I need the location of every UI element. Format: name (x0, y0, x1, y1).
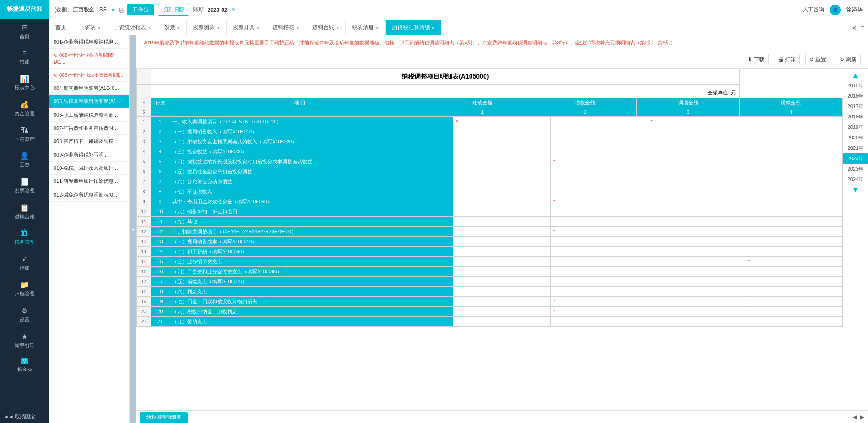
sidebar-item-settlement[interactable]: ✓ 结账 (0, 250, 49, 276)
dropdown-icon[interactable]: ▼ (110, 7, 116, 13)
data-cell[interactable] (745, 167, 842, 177)
sidebar-item-payroll[interactable]: 👤 工资 (0, 147, 49, 173)
data-cell[interactable] (453, 177, 551, 187)
data-cell[interactable] (745, 147, 842, 157)
user-label[interactable]: 徐泽华 (846, 6, 863, 14)
data-cell[interactable] (648, 207, 745, 216)
data-cell[interactable] (745, 207, 842, 216)
data-cell[interactable] (745, 316, 842, 326)
data-cell[interactable] (745, 197, 842, 207)
year-item[interactable]: 2021年 (843, 143, 868, 153)
data-cell[interactable] (648, 147, 745, 157)
data-cell[interactable] (453, 147, 551, 157)
year-nav-down[interactable]: ▼ (852, 185, 859, 195)
data-cell[interactable] (648, 177, 745, 187)
data-cell[interactable] (551, 127, 648, 137)
data-cell[interactable] (648, 197, 745, 207)
sidebar-item-input-ledger[interactable]: 📋 进销台账 (0, 199, 49, 225)
data-cell[interactable] (648, 167, 745, 177)
refresh-button[interactable]: ↻ 刷新 (836, 54, 861, 65)
year-item[interactable]: 2016年 (843, 91, 868, 101)
year-item[interactable]: 2023年 (843, 164, 868, 174)
data-cell[interactable] (551, 316, 648, 326)
tabs-close-all[interactable]: ✕ (852, 24, 857, 31)
collapse-button[interactable]: ◄ (130, 35, 136, 423)
data-cell[interactable] (453, 296, 551, 306)
data-cell[interactable] (453, 216, 551, 226)
data-cell[interactable] (453, 256, 551, 266)
close-icon[interactable]: × (217, 25, 219, 30)
tab-invoice[interactable]: 发票 × (158, 20, 187, 35)
workspace-button[interactable]: 工作台 (127, 4, 154, 15)
left-panel-item-007[interactable]: 007-广告费和业务宣传费时... (49, 122, 129, 135)
tab-tax-clear[interactable]: 税表清册 × (346, 20, 385, 35)
left-panel-item-009[interactable]: 009-企业所得税补亏明... (49, 148, 129, 162)
reset-button[interactable]: ↺ 重置 (805, 54, 830, 65)
sidebar-item-fixed-assets[interactable]: 🏗 固定资产 (0, 122, 49, 147)
data-cell[interactable] (453, 207, 551, 216)
sheet-tab[interactable]: 纳税调整明细表 (140, 412, 188, 423)
tab-invoice-calc[interactable]: 发票测算 × (187, 20, 226, 35)
data-cell[interactable] (648, 137, 745, 147)
data-cell[interactable] (745, 117, 842, 127)
data-cell[interactable] (551, 147, 648, 157)
data-cell[interactable] (745, 216, 842, 226)
data-cell[interactable] (745, 246, 842, 256)
data-cell[interactable] (648, 226, 745, 236)
data-cell[interactable] (453, 306, 551, 316)
close-icon[interactable]: × (336, 25, 339, 30)
tabs-menu[interactable]: ≡ (861, 24, 864, 31)
data-cell[interactable] (745, 226, 842, 236)
data-cell[interactable] (551, 216, 648, 226)
print-button[interactable]: 🖨 打印 (774, 54, 800, 65)
tab-input-ledger[interactable]: 进销台账 × (306, 20, 346, 35)
data-cell[interactable] (551, 286, 648, 296)
close-icon[interactable]: × (376, 25, 378, 30)
data-cell[interactable] (745, 177, 842, 187)
data-cell[interactable] (453, 286, 551, 296)
data-cell[interactable] (453, 246, 551, 256)
data-cell[interactable] (648, 266, 745, 276)
data-cell[interactable] (453, 197, 551, 207)
data-cell[interactable] (551, 236, 648, 246)
left-panel-item-006[interactable]: 006-职工薪酬纳税调整明细... (49, 108, 129, 122)
data-cell[interactable]: * (551, 157, 648, 167)
data-cell[interactable] (453, 157, 551, 167)
data-cell[interactable] (648, 286, 745, 296)
left-panel-item-012[interactable]: 012-减免企所优惠明细表(0... (49, 188, 129, 202)
data-cell[interactable]: * (551, 296, 648, 306)
data-cell[interactable] (551, 137, 648, 147)
data-cell[interactable] (745, 266, 842, 276)
data-cell[interactable]: * (745, 306, 842, 316)
sidebar-item-home[interactable]: ⊞ 首页 (0, 19, 49, 44)
data-cell[interactable] (648, 236, 745, 246)
sidebar-item-report[interactable]: 📊 报表中心 (0, 70, 49, 96)
data-cell[interactable] (551, 266, 648, 276)
data-cell[interactable]: * (745, 296, 842, 306)
close-icon[interactable]: × (148, 25, 151, 30)
data-cell[interactable]: * (648, 117, 745, 127)
data-cell[interactable] (648, 256, 745, 266)
data-cell[interactable]: * (551, 197, 648, 207)
tab-home[interactable]: 首页 (49, 20, 73, 35)
tab-payroll-stats[interactable]: 工资统计报表 × (107, 20, 158, 35)
data-cell[interactable] (453, 316, 551, 326)
unpin-button[interactable]: ◄◄ 取消固定 (0, 411, 49, 423)
close-icon[interactable]: × (177, 25, 180, 30)
data-cell[interactable] (453, 167, 551, 177)
sidebar-item-archive[interactable]: 📁 归档管理 (0, 276, 49, 302)
tab-invoice-open[interactable]: 发票开具 × (227, 20, 266, 35)
data-cell[interactable] (453, 266, 551, 276)
year-nav-up[interactable]: ▲ (852, 70, 859, 80)
year-item[interactable]: 2017年 (843, 101, 868, 112)
data-cell[interactable] (745, 286, 842, 296)
data-cell[interactable] (648, 157, 745, 167)
data-cell[interactable] (745, 127, 842, 137)
left-panel-item-001[interactable]: 001-企业所得税年度纳税申... (49, 35, 129, 49)
tab-payroll[interactable]: 工资表 × (73, 20, 107, 35)
data-cell[interactable] (551, 207, 648, 216)
switch-old-button[interactable]: 切到旧版 (158, 4, 189, 16)
data-cell[interactable] (453, 127, 551, 137)
left-panel-item-005[interactable]: 005-纳税调整项目明细表(A1... (49, 95, 129, 108)
data-cell[interactable] (745, 187, 842, 197)
